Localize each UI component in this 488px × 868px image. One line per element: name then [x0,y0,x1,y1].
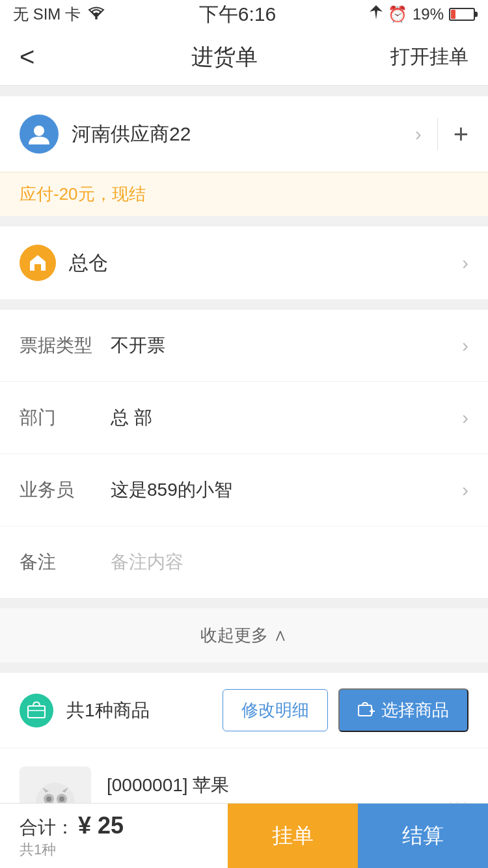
supplier-avatar [20,115,59,154]
form-section: 票据类型 不开票 › 部门 总 部 › 业务员 这是859的小智 › 备注 备注… [0,310,488,598]
supplier-row[interactable]: 河南供应商22 › + [0,96,488,172]
product-count: 共1种商品 [66,698,223,723]
total-count: 共1种 [20,840,208,860]
remark-label: 备注 [20,550,111,575]
back-button[interactable]: < [20,42,59,72]
total-section: 合计： ¥ 25 共1种 [0,804,228,868]
add-supplier-button[interactable]: + [454,120,468,149]
warehouse-section: 总仓 › [0,226,488,299]
warehouse-chevron-icon: › [462,252,468,274]
edit-detail-button[interactable]: 修改明细 [223,689,328,731]
carrier-label: 无 SIM 卡 [13,4,81,25]
svg-point-8 [46,796,51,802]
svg-rect-3 [28,706,45,718]
warehouse-name: 总仓 [69,250,462,277]
department-row[interactable]: 部门 总 部 › [0,382,488,454]
department-value: 总 部 [111,405,462,430]
product-name: [0000001] 苹果 [107,773,447,798]
battery-icon [449,8,475,21]
total-amount: ¥ 25 [78,812,124,839]
checkout-button[interactable]: 结算 [358,804,488,868]
supplier-chevron-icon: › [415,123,422,145]
product-header-icon [20,694,53,727]
salesperson-value: 这是859的小智 [111,478,462,502]
collapse-label: 收起更多 ∧ [200,625,287,645]
alarm-icon: ⏰ [388,5,407,23]
location-icon [370,5,383,23]
svg-point-9 [59,796,64,802]
svg-point-0 [95,17,98,20]
salesperson-label: 业务员 [20,478,111,502]
payment-hint: 应付-20元，现结 [0,172,488,216]
select-product-label: 选择商品 [381,699,449,722]
warehouse-row[interactable]: 总仓 › [0,226,488,299]
svg-point-1 [34,126,44,136]
remark-row[interactable]: 备注 备注内容 [0,526,488,598]
status-bar-right: ⏰ 19% [370,5,475,23]
page-title: 进货单 [59,42,390,72]
department-label: 部门 [20,405,111,430]
invoice-type-chevron: › [462,334,468,357]
supplier-divider [437,118,438,150]
product-header: 共1种商品 修改明细 选择商品 [0,673,488,748]
total-label: 合计： [20,815,74,840]
product-code: [0000001] 苹果 [107,775,229,795]
status-bar-time: 下午6:16 [199,1,276,28]
wifi-icon [87,5,105,23]
svg-rect-2 [34,264,41,271]
invoice-type-label: 票据类型 [20,333,111,358]
status-bar: 无 SIM 卡 下午6:16 ⏰ 19% [0,0,488,29]
supplier-section: 河南供应商22 › + 应付-20元，现结 [0,96,488,216]
bottom-bar: 合计： ¥ 25 共1种 挂单 结算 [0,803,488,868]
remark-placeholder[interactable]: 备注内容 [111,550,468,575]
supplier-name: 河南供应商22 [72,121,415,148]
department-chevron: › [462,407,468,429]
salesperson-row[interactable]: 业务员 这是859的小智 › [0,454,488,526]
warehouse-icon [20,245,56,281]
hang-button[interactable]: 挂单 [228,804,358,868]
status-bar-left: 无 SIM 卡 [13,4,105,25]
battery-label: 19% [413,5,444,23]
nav-bar: < 进货单 打开挂单 [0,29,488,86]
open-hang-button[interactable]: 打开挂单 [390,44,468,70]
invoice-type-row[interactable]: 票据类型 不开票 › [0,310,488,382]
salesperson-chevron: › [462,479,468,501]
collapse-button[interactable]: 收起更多 ∧ [0,608,488,662]
select-product-button[interactable]: 选择商品 [338,688,468,732]
invoice-type-value: 不开票 [111,333,462,358]
